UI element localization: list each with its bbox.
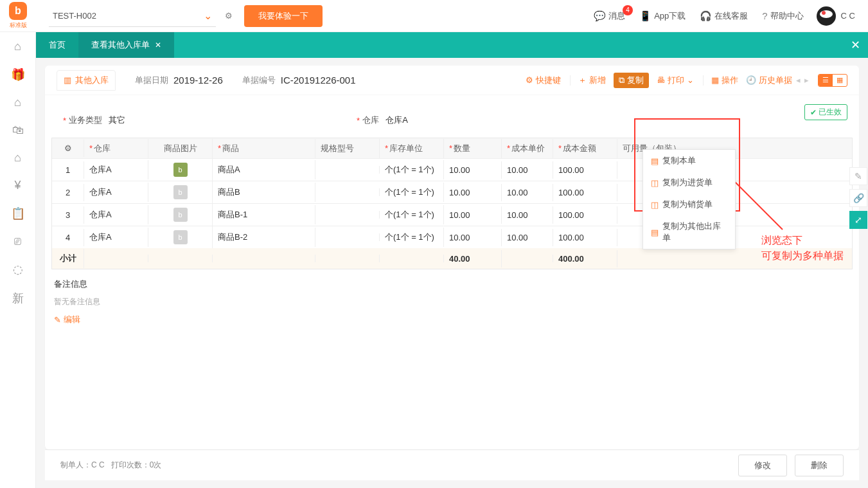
plus-icon: ＋ bbox=[578, 75, 587, 86]
close-icon[interactable]: ✕ bbox=[155, 41, 161, 50]
no-label: 单据编号 bbox=[242, 75, 276, 86]
history-button[interactable]: 🕘历史单据 bbox=[746, 75, 792, 86]
delete-button[interactable]: 删除 bbox=[795, 455, 844, 476]
warehouse-field: * 仓库 仓库A bbox=[357, 114, 408, 126]
headset-icon: 🎧 bbox=[700, 10, 712, 22]
grid-view-icon[interactable]: ▦ bbox=[833, 75, 847, 86]
nav-home2-icon[interactable]: ⌂ bbox=[14, 151, 21, 165]
product-thumb-icon: b bbox=[173, 208, 188, 222]
copy-as-other-out[interactable]: ▤复制为其他出库单 bbox=[643, 215, 735, 249]
copy-as-purchase[interactable]: ◫复制为进货单 bbox=[643, 172, 735, 194]
avatar[interactable] bbox=[817, 6, 836, 26]
logo-text: 标准版 bbox=[10, 21, 27, 30]
messages-link[interactable]: 💬 消息 4 bbox=[594, 10, 625, 22]
shortcut-link[interactable]: ⚙快捷键 bbox=[526, 75, 561, 86]
date-value: 2019-12-26 bbox=[173, 75, 223, 86]
float-note-icon[interactable]: ✎ bbox=[849, 167, 867, 185]
prev-arrow[interactable]: ◂ bbox=[796, 75, 801, 85]
gear-column-icon[interactable]: ⚙ bbox=[52, 140, 84, 157]
settings-icon[interactable]: ⚙ bbox=[225, 11, 233, 21]
side-nav: ⌂ 🎁 ⌂ 🛍 ⌂ ¥ 📋 ⎚ ◌ 新 bbox=[0, 32, 36, 488]
new-button[interactable]: ＋新增 bbox=[578, 75, 606, 86]
nav-dotted-icon[interactable]: ◌ bbox=[13, 262, 23, 276]
float-link-icon[interactable]: 🔗 bbox=[849, 189, 867, 207]
customer-service-link[interactable]: 🎧 在线客服 bbox=[700, 10, 748, 22]
product-thumb-icon: b bbox=[173, 185, 188, 199]
float-expand-icon[interactable]: ⤢ bbox=[849, 211, 867, 229]
subtotal-row: 小计 40.00 400.00 bbox=[52, 248, 852, 269]
annotation-text: 浏览态下 可复制为多种单据 bbox=[761, 233, 844, 264]
gear-icon: ⚙ bbox=[526, 75, 533, 85]
doc-icon: ▥ bbox=[64, 75, 71, 85]
company-name: TEST-H002 bbox=[53, 11, 96, 21]
print-icon: 🖶 bbox=[657, 75, 665, 85]
doc-type-tab[interactable]: ▥ 其他入库 bbox=[57, 70, 116, 91]
help-center-link[interactable]: ? 帮助中心 bbox=[762, 10, 803, 22]
phone-icon: 📱 bbox=[639, 10, 651, 22]
product-thumb-icon: b bbox=[173, 163, 188, 177]
copy-as-sales[interactable]: ◫复制为销货单 bbox=[643, 194, 735, 215]
remark-edit-button[interactable]: ✎编辑 bbox=[54, 314, 80, 325]
tabs-close-all[interactable]: ✕ bbox=[842, 32, 868, 58]
history-icon: 🕘 bbox=[746, 75, 756, 85]
nav-coin-icon[interactable]: ¥ bbox=[14, 179, 21, 192]
chevron-down-icon: ⌄ bbox=[687, 75, 694, 85]
tab-home[interactable]: 首页 bbox=[36, 32, 78, 58]
help-icon: ? bbox=[762, 10, 767, 21]
doc-icon: ◫ bbox=[651, 178, 659, 188]
doc-icon: ▤ bbox=[651, 228, 659, 237]
message-badge: 4 bbox=[623, 5, 633, 15]
try-button[interactable]: 我要体验一下 bbox=[244, 5, 323, 27]
remark-title: 备注信息 bbox=[54, 278, 850, 290]
biz-type-field: * 业务类型 其它 bbox=[63, 114, 125, 126]
date-label: 单据日期 bbox=[135, 75, 168, 86]
check-icon: ✔ bbox=[810, 108, 817, 117]
no-value: IC-20191226-001 bbox=[281, 75, 356, 86]
copy-this-doc[interactable]: ▤复制本单 bbox=[643, 150, 735, 172]
print-button[interactable]: 🖶打印 ⌄ bbox=[657, 75, 694, 86]
right-float-toolbar: ✎ 🔗 ⤢ bbox=[849, 167, 868, 229]
tab-current[interactable]: 查看其他入库单 ✕ bbox=[78, 32, 174, 58]
doc-icon: ▤ bbox=[651, 156, 659, 166]
chevron-down-icon: ⌄ bbox=[204, 10, 212, 22]
nav-house-icon[interactable]: ⌂ bbox=[14, 96, 21, 109]
remark-empty: 暂无备注信息 bbox=[54, 296, 850, 307]
doc-icon: ◫ bbox=[651, 200, 659, 210]
status-badge: ✔已生效 bbox=[804, 104, 847, 120]
modify-button[interactable]: 修改 bbox=[738, 455, 787, 476]
grid-icon: ▦ bbox=[711, 75, 719, 85]
creator-info: 制单人：C C 打印次数：0次 bbox=[60, 460, 161, 471]
product-thumb-icon: b bbox=[173, 230, 188, 244]
logo-icon: b bbox=[9, 2, 27, 20]
ops-button[interactable]: ▦操作 bbox=[711, 75, 738, 86]
view-toggle[interactable]: ☰ ▦ bbox=[818, 74, 847, 87]
nav-home-icon[interactable]: ⌂ bbox=[14, 40, 21, 53]
copy-icon: ⧉ bbox=[619, 75, 624, 86]
nav-bag-icon[interactable]: 🛍 bbox=[12, 123, 24, 137]
username: C C bbox=[841, 11, 855, 21]
nav-card-icon[interactable]: ⎚ bbox=[14, 235, 21, 248]
copy-dropdown: ▤复制本单 ◫复制为进货单 ◫复制为销货单 ▤复制为其他出库单 bbox=[642, 149, 736, 249]
message-icon: 💬 bbox=[594, 10, 606, 22]
nav-new-icon[interactable]: 新 bbox=[12, 291, 24, 306]
nav-gift-icon[interactable]: 🎁 bbox=[11, 68, 25, 82]
next-arrow[interactable]: ▸ bbox=[804, 75, 809, 85]
list-view-icon[interactable]: ☰ bbox=[819, 75, 833, 86]
copy-button[interactable]: ⧉复制 bbox=[614, 73, 649, 88]
app-download-link[interactable]: 📱 App下载 bbox=[639, 10, 686, 22]
company-select[interactable]: TEST-H002 ⌄ bbox=[49, 5, 216, 27]
nav-clipboard-icon[interactable]: 📋 bbox=[11, 206, 25, 221]
edit-icon: ✎ bbox=[54, 315, 61, 325]
logo: b 标准版 bbox=[0, 2, 36, 30]
